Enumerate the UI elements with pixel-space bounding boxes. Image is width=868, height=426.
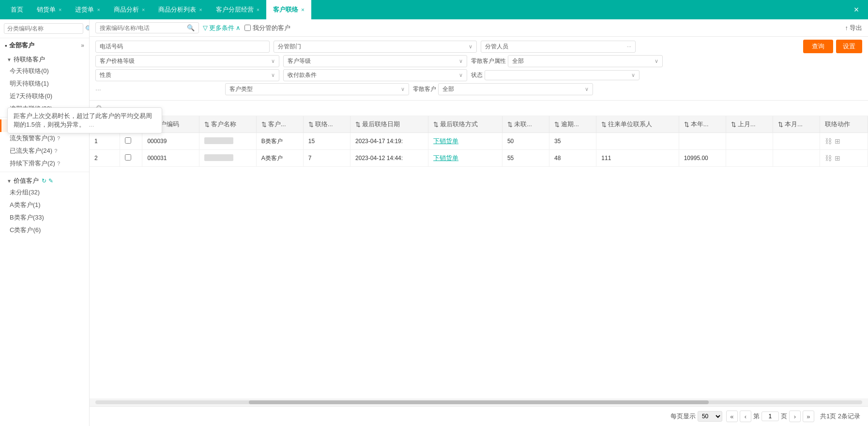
search-input[interactable] (100, 25, 187, 31)
customer-table: 序号 ⇅客户编码 ⇅客户名称 ⇅客户... ⇅联络... ⇅最后联络日期 ⇅最后… (90, 116, 868, 167)
first-page-btn[interactable]: « (726, 411, 738, 422)
col-contact: ⇅联络... (303, 116, 350, 133)
sidebar-item-already-lost[interactable]: 已流失客户(24) ? (0, 145, 89, 157)
nav-item-analysis-list[interactable]: 商品分析列表 × (152, 0, 209, 19)
sidebar-item-ungrouped[interactable]: 未分组(32) (0, 186, 89, 199)
content-area: 🔍 ▽ 更多条件 ∧ 我分管的客户 ↑ 导出 电话号码 (90, 19, 868, 426)
col-unit-contact: ⇅往来单位联系人 (596, 116, 679, 133)
next-page-btn[interactable]: › (789, 411, 801, 422)
setting-button[interactable]: 设置 (836, 40, 862, 53)
pending-group-label[interactable]: ▼ 待联络客户 (0, 53, 89, 65)
nav-item-customer-contact[interactable]: 客户联络 × (266, 0, 311, 19)
action-grid-icon-2[interactable]: ⊞ (835, 154, 840, 162)
filter-manager[interactable]: 分管人员 ··· (481, 41, 636, 53)
action-link-icon-2[interactable]: ⛓ (825, 154, 832, 162)
nav-item-sales[interactable]: 销货单 × (30, 0, 68, 19)
cell-this-month-1 (773, 133, 820, 150)
blurred-name-2 (204, 154, 233, 161)
sort-icon-contact: ⇅ (308, 121, 314, 128)
chevron-down-icon: ∧ (236, 24, 241, 31)
filter-price-level[interactable]: 客户价格等级 ∨ (95, 55, 279, 67)
tooltip-more-icon[interactable]: ... (89, 121, 94, 128)
prev-page-btn[interactable]: ‹ (740, 411, 751, 422)
horizontal-scrollbar[interactable] (90, 398, 868, 406)
sidebar-item-7days[interactable]: 近7天待联络(0) (0, 90, 89, 103)
row-checkbox-1[interactable] (125, 137, 131, 144)
search-bar-icon[interactable]: 🔍 (187, 24, 195, 31)
window-close-button[interactable]: × (849, 2, 864, 17)
nav-item-customer-segment[interactable]: 客户分层经营 × (209, 0, 266, 19)
sidebar-search-input[interactable] (4, 23, 83, 34)
page-input-area: 第 页 (753, 411, 787, 421)
export-button[interactable]: ↑ 导出 (845, 24, 863, 32)
filter-customer-level[interactable]: 客户等级 ∨ (283, 55, 467, 67)
lost-preview-help-icon[interactable]: ? (57, 135, 60, 141)
last-page-btn[interactable]: » (803, 411, 814, 422)
collapse-icon[interactable]: » (81, 42, 84, 49)
cell-uncontacted-2: 55 (502, 150, 549, 167)
sidebar-item-sustained-down[interactable]: 持续下滑客户(2) ? (0, 157, 89, 170)
sidebar-item-a-class[interactable]: A类客户(1) (0, 199, 89, 211)
cell-checkbox-1 (120, 133, 142, 150)
cell-last-method-1: 下销货单 (428, 133, 503, 150)
value-group-refresh-icon[interactable]: ↻ (42, 177, 46, 184)
action-grid-icon-1[interactable]: ⊞ (835, 137, 840, 145)
filter-row-1: 电话号码 分管部门 ∨ 分管人员 ··· 查询 设置 (95, 40, 862, 53)
close-customer-segment-icon[interactable]: × (257, 7, 259, 13)
last-method-link-2[interactable]: 下销货单 (433, 154, 458, 162)
filter-payment-terms[interactable]: 收付款条件 ∨ (283, 69, 467, 81)
filter-scatter-customer[interactable]: 全部 ∨ (438, 83, 593, 95)
sidebar-item-lost-preview[interactable]: 流失预警客户(3) ? (0, 132, 89, 145)
filter-dots[interactable]: ··· (95, 86, 101, 93)
blurred-name-1 (204, 137, 233, 144)
nav-item-purchase[interactable]: 进货单 × (68, 0, 107, 19)
sustained-down-help-icon[interactable]: ? (57, 161, 60, 166)
nav-item-analysis[interactable]: 商品分析 × (107, 0, 152, 19)
value-group-edit-icon[interactable]: ✎ (48, 177, 53, 184)
filter-division-dept[interactable]: 分管部门 ∨ (274, 41, 477, 53)
action-link-icon-1[interactable]: ⛓ (825, 137, 832, 145)
table-row: 2 000031 A类客户 7 2023-04-12 14:44: 下销货单 5… (90, 150, 868, 167)
table-area: ⚙ 序号 ⇅客户编码 ⇅客户名称 ⇅客户... ⇅联络... ⇅最后联络日期 ⇅ (90, 101, 868, 426)
close-analysis-list-icon[interactable]: × (199, 7, 202, 13)
table-wrapper[interactable]: 序号 ⇅客户编码 ⇅客户名称 ⇅客户... ⇅联络... ⇅最后联络日期 ⇅最后… (90, 116, 868, 398)
col-action: 联络动作 (820, 116, 868, 133)
sidebar-item-c-class[interactable]: C类客户(6) (0, 224, 89, 236)
sort-icon-date: ⇅ (355, 121, 361, 128)
customers-icon: ▪ (5, 42, 7, 49)
close-customer-contact-icon[interactable]: × (301, 7, 304, 13)
sidebar-item-today[interactable]: 今天待联络(0) (0, 65, 89, 77)
table-row: 1 000039 B类客户 15 2023-04-17 14:19: 下销货单 … (90, 133, 868, 150)
filter-status[interactable]: ∨ (485, 70, 640, 80)
last-method-link-1[interactable]: 下销货单 (433, 137, 458, 145)
close-analysis-icon[interactable]: × (142, 7, 145, 13)
filter-row-2: 客户价格等级 ∨ 客户等级 ∨ 零散客户属性 全部 ∨ (95, 55, 862, 67)
all-customers-header[interactable]: ▪ 全部客户 » (0, 38, 89, 53)
filter-customer-type[interactable]: 客户类型 ∨ (225, 83, 409, 95)
nav-item-home[interactable]: 首页 (4, 0, 30, 19)
per-page-select[interactable]: 50 20 100 (698, 411, 722, 422)
filter-scatter-attr[interactable]: 全部 ∨ (508, 55, 663, 67)
filter-phone[interactable]: 电话号码 (95, 41, 270, 53)
filter-more-btn[interactable]: ▽ 更多条件 ∧ (203, 24, 241, 32)
sidebar-item-b-class[interactable]: B类客户(33) (0, 211, 89, 224)
col-uncontacted: ⇅未联... (502, 116, 549, 133)
cell-action-1: ⛓ ⊞ (820, 133, 868, 150)
row-checkbox-2[interactable] (125, 154, 131, 161)
cell-uncontacted-1: 50 (502, 133, 549, 150)
sidebar-search-icon[interactable]: 🔍 (85, 25, 90, 32)
filter-nature[interactable]: 性质 ∨ (95, 69, 279, 81)
my-customers-checkbox[interactable] (244, 25, 251, 31)
query-button[interactable]: 查询 (803, 40, 833, 53)
total-records-label: 共1页 2条记录 (820, 412, 860, 421)
sidebar-item-tomorrow[interactable]: 明天待联络(1) (0, 77, 89, 90)
close-purchase-icon[interactable]: × (97, 7, 100, 13)
page-input[interactable] (761, 411, 779, 421)
sort-icon-overdue: ⇅ (554, 121, 560, 128)
search-box: 🔍 (95, 22, 199, 33)
col-last-date: ⇅最后联络日期 (350, 116, 428, 133)
scroll-thumb[interactable] (249, 400, 709, 404)
value-group-label[interactable]: ▼ 价值客户 ↻ ✎ (0, 174, 89, 186)
close-sales-icon[interactable]: × (59, 7, 61, 13)
already-lost-help-icon[interactable]: ? (54, 148, 57, 154)
